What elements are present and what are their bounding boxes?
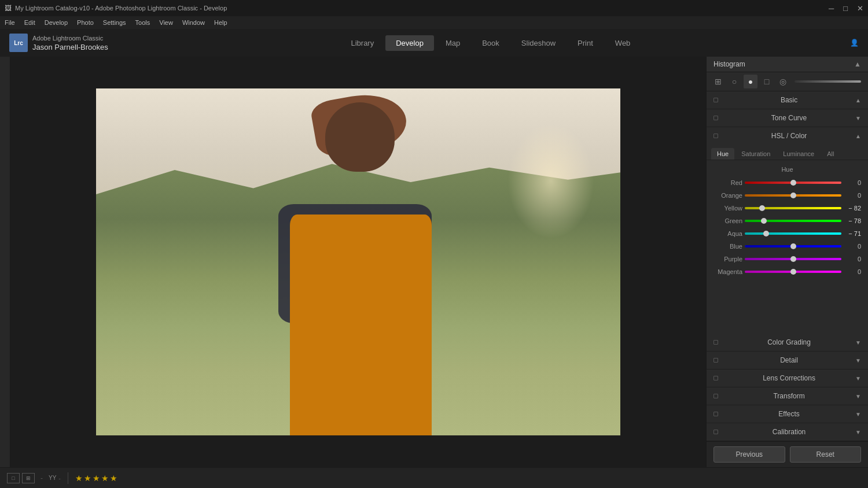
hsl-toggle — [713, 134, 718, 138]
menu-window[interactable]: Window — [182, 19, 205, 26]
user-icon[interactable]: 👤 — [850, 39, 859, 47]
hsl-row-aqua: Aqua − 71 — [709, 227, 866, 240]
menu-tools[interactable]: Tools — [135, 19, 150, 26]
effects-arrow: ▼ — [855, 411, 861, 417]
photo-area — [10, 57, 706, 467]
orange-label: Orange — [713, 192, 742, 199]
hsl-row-green: Green − 78 — [709, 215, 866, 227]
hsl-section-header[interactable]: HSL / Color ▲ — [707, 127, 868, 145]
title-bar-left: 🖼 My Lightroom Catalog-v10 - Adobe Photo… — [5, 4, 227, 12]
effects-header[interactable]: Effects ▼ — [707, 405, 868, 423]
photo-person — [243, 95, 479, 435]
photo-container — [96, 88, 620, 435]
nav-print[interactable]: Print — [567, 35, 604, 51]
hsl-tabs: Hue Saturation Luminance All — [707, 145, 868, 160]
star-1[interactable]: ★ — [75, 474, 83, 483]
menu-bar: File Edit Develop Photo Settings Tools V… — [0, 16, 868, 29]
tab-saturation[interactable]: Saturation — [735, 148, 776, 160]
hsl-section: HSL / Color ▲ Hue Saturation Luminance A… — [707, 127, 868, 334]
star-4[interactable]: ★ — [101, 474, 109, 483]
tab-hue[interactable]: Hue — [711, 148, 734, 160]
top-nav: Lrc Adobe Lightroom Classic Jason Parnel… — [0, 29, 868, 57]
red-slider[interactable] — [745, 182, 841, 184]
tone-curve-title: Tone Curve — [771, 114, 807, 122]
star-2[interactable]: ★ — [84, 474, 91, 483]
color-grading-arrow: ▼ — [855, 339, 861, 346]
window-controls[interactable]: ─ □ ✕ — [829, 4, 863, 13]
aqua-value: − 71 — [844, 230, 861, 237]
magenta-slider[interactable] — [745, 271, 841, 273]
person-body — [290, 215, 432, 435]
effects-title: Effects — [778, 410, 799, 418]
previous-button[interactable]: Previous — [713, 446, 785, 463]
bottom-bar: □ ⊞ - YY - ★ ★ ★ ★ ★ — [0, 467, 868, 488]
minimize-button[interactable]: ─ — [829, 4, 834, 13]
tool-circle-empty-icon[interactable]: ○ — [727, 75, 741, 88]
magenta-label: Magenta — [713, 268, 742, 275]
yellow-value: − 82 — [844, 205, 861, 212]
hsl-content: Hue Red 0 Orange — [707, 160, 868, 282]
menu-settings[interactable]: Settings — [103, 19, 126, 26]
green-slider[interactable] — [745, 220, 841, 222]
tool-circle-filled-icon[interactable]: ● — [744, 75, 757, 88]
rating-stars[interactable]: ★ ★ ★ ★ ★ — [75, 474, 117, 483]
transform-section: Transform ▼ — [707, 387, 868, 405]
detail-header[interactable]: Detail ▼ — [707, 352, 868, 369]
star-3[interactable]: ★ — [93, 474, 100, 483]
transform-arrow: ▼ — [855, 393, 861, 400]
red-value: 0 — [844, 179, 861, 186]
tool-square-icon[interactable]: □ — [760, 75, 774, 88]
tool-grid-icon[interactable]: ⊞ — [711, 75, 725, 88]
nav-web[interactable]: Web — [605, 35, 641, 51]
yellow-label: Yellow — [713, 205, 742, 212]
nav-map[interactable]: Map — [435, 35, 470, 51]
purple-slider[interactable] — [745, 258, 841, 260]
histogram-collapse-icon[interactable]: ▲ — [854, 60, 861, 68]
nav-slideshow[interactable]: Slideshow — [511, 35, 566, 51]
tool-slider[interactable] — [795, 80, 861, 83]
main-content: Histogram ▲ ⊞ ○ ● □ ◎ Basic ▲ Tone Curve — [0, 57, 868, 467]
blue-label: Blue — [713, 243, 742, 250]
transform-title: Transform — [773, 392, 804, 400]
blue-slider[interactable] — [745, 245, 841, 247]
view-grid-icon[interactable]: ⊞ — [22, 473, 35, 483]
maximize-button[interactable]: □ — [843, 4, 848, 13]
logo-abbr: Lrc — [14, 40, 23, 46]
yellow-slider[interactable] — [745, 207, 841, 209]
reset-button[interactable]: Reset — [790, 446, 862, 463]
nav-library[interactable]: Library — [340, 35, 384, 51]
color-grading-header[interactable]: Color Grading ▼ — [707, 334, 868, 351]
menu-develop[interactable]: Develop — [45, 19, 68, 26]
histogram-title: Histogram — [713, 60, 745, 68]
calibration-header[interactable]: Calibration ▼ — [707, 423, 868, 441]
hsl-row-red: Red 0 — [709, 176, 866, 189]
transform-header[interactable]: Transform ▼ — [707, 387, 868, 405]
lens-corrections-toggle — [713, 376, 718, 380]
menu-view[interactable]: View — [159, 19, 173, 26]
menu-help[interactable]: Help — [214, 19, 227, 26]
lens-corrections-section: Lens Corrections ▼ — [707, 369, 868, 387]
menu-photo[interactable]: Photo — [77, 19, 94, 26]
hsl-title: HSL / Color — [771, 132, 807, 140]
aqua-slider[interactable] — [745, 232, 841, 235]
calibration-toggle — [713, 430, 718, 434]
view-single-icon[interactable]: □ — [7, 473, 20, 483]
menu-edit[interactable]: Edit — [24, 19, 35, 26]
orange-slider[interactable] — [745, 194, 841, 197]
photo-light — [507, 123, 594, 239]
aqua-label: Aqua — [713, 230, 742, 237]
nav-book[interactable]: Book — [472, 35, 510, 51]
star-5[interactable]: ★ — [110, 474, 117, 483]
menu-file[interactable]: File — [5, 19, 15, 26]
close-button[interactable]: ✕ — [857, 4, 863, 13]
basic-section-header[interactable]: Basic ▲ — [707, 91, 868, 109]
tool-target-icon[interactable]: ◎ — [776, 75, 790, 88]
tab-luminance[interactable]: Luminance — [777, 148, 820, 160]
lens-corrections-header[interactable]: Lens Corrections ▼ — [707, 369, 868, 387]
tone-curve-header[interactable]: Tone Curve ▼ — [707, 109, 868, 127]
purple-label: Purple — [713, 256, 742, 263]
nav-develop[interactable]: Develop — [385, 35, 434, 51]
logo-name: Jason Parnell-Brookes — [32, 43, 108, 51]
hue-label: Hue — [709, 164, 866, 176]
tab-all[interactable]: All — [821, 148, 840, 160]
